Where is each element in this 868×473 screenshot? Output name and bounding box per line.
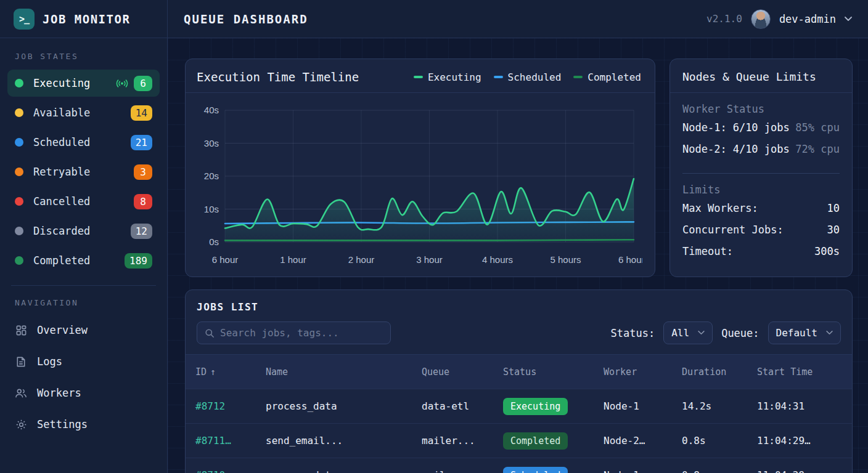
table-row[interactable]: #8712 process_data data-etl Executing No… <box>186 389 852 424</box>
column-header-worker[interactable]: Worker <box>604 366 682 378</box>
terminal-icon: >_ <box>14 9 35 30</box>
limit-row: Max Workers: 10 <box>682 202 840 224</box>
count-badge: 189 <box>125 253 152 269</box>
cpu-usage: 85% cpu <box>795 121 840 134</box>
legend-item-completed: Completed <box>573 71 641 83</box>
chart-legend: Executing Scheduled Completed <box>414 71 641 83</box>
job-id-link[interactable]: #8710 <box>195 469 266 473</box>
job-id-link[interactable]: #8711… <box>195 435 266 447</box>
state-label: Executing <box>33 77 90 89</box>
column-header-duration[interactable]: Duration <box>682 366 757 378</box>
table-row[interactable]: #8711… send_email... mailer... Completed… <box>186 424 852 458</box>
state-label: Cancelled <box>33 195 90 208</box>
sidebar-state-available[interactable]: Available 14 <box>7 99 160 126</box>
column-header-id[interactable]: ID↑ <box>195 366 266 378</box>
sidebar-item-workers[interactable]: Workers <box>7 379 160 407</box>
search-input[interactable] <box>220 327 383 339</box>
y-tick-label: 40s <box>204 105 219 115</box>
column-header-start-time[interactable]: Start Time <box>757 366 852 378</box>
version-label: v2.1.0 <box>706 13 742 25</box>
sidebar-state-executing[interactable]: Executing 6 <box>7 70 160 97</box>
legend-item-executing: Executing <box>414 71 481 83</box>
app-logo-area: >_ JOB MONITOR <box>0 0 168 38</box>
sidebar-item-settings[interactable]: Settings <box>7 410 160 439</box>
sidebar: JOB STATES Executing 6 Available 14 <box>0 38 168 473</box>
main-content: Execution Time Timeline Executing Schedu… <box>168 38 868 473</box>
limit-row: Timeout: 300s <box>682 245 840 267</box>
avatar[interactable] <box>751 9 771 29</box>
status-filter-select[interactable]: All <box>663 321 713 344</box>
user-menu[interactable]: dev-admin <box>779 13 836 25</box>
chart-title: Execution Time Timeline <box>197 70 359 84</box>
execution-time-chart: 0s10s20s30s40s6 hour1 hour2 hour3 hour4 … <box>189 95 642 273</box>
chevron-down-icon[interactable] <box>845 17 852 22</box>
nav-label: Logs <box>37 355 62 368</box>
x-tick-label: 6 hour <box>212 254 239 265</box>
status-dot <box>15 197 23 206</box>
legend-swatch <box>573 76 583 78</box>
queue-filter-select[interactable]: Default <box>768 321 841 344</box>
state-label: Retryable <box>33 166 90 178</box>
sidebar-state-cancelled[interactable]: Cancelled 8 <box>7 188 160 215</box>
status-dot <box>15 168 23 176</box>
sidebar-state-retryable[interactable]: Retryable 3 <box>7 158 160 185</box>
x-tick-label: 2 hour <box>348 254 375 265</box>
nodes-queue-limits-card: Nodes & Queue Limits Worker Status Node-… <box>669 59 853 277</box>
sort-asc-icon: ↑ <box>210 366 216 378</box>
status-badge: Completed <box>503 432 568 450</box>
legend-item-scheduled: Scheduled <box>494 71 562 83</box>
jobs-list-card: JOBS LIST Status: All <box>185 289 853 473</box>
count-badge: 21 <box>131 135 152 150</box>
users-icon <box>15 387 27 399</box>
legend-swatch <box>494 76 503 78</box>
navigation-section-label: NAVIGATION <box>7 298 160 307</box>
legend-swatch <box>414 76 423 78</box>
sidebar-item-logs[interactable]: Logs <box>7 347 160 376</box>
card-title: Nodes & Queue Limits <box>682 70 840 83</box>
state-label: Available <box>33 107 90 119</box>
state-label: Scheduled <box>33 136 90 148</box>
app-title: JOB MONITOR <box>43 12 130 26</box>
gear-icon <box>15 418 27 431</box>
y-tick-label: 10s <box>204 204 219 214</box>
execution-timeline-card: Execution Time Timeline Executing Schedu… <box>185 59 655 277</box>
jobs-list-title: JOBS LIST <box>197 301 841 313</box>
job-id-link[interactable]: #8712 <box>195 400 266 412</box>
grid-icon <box>15 324 27 336</box>
nav-label: Overview <box>37 324 88 336</box>
column-header-status[interactable]: Status <box>503 366 604 378</box>
search-icon <box>205 328 215 338</box>
table-header-row: ID↑ Name Queue Status Worker Duration St… <box>186 355 852 389</box>
y-tick-label: 0s <box>209 236 219 247</box>
status-dot <box>15 79 23 87</box>
column-header-queue[interactable]: Queue <box>422 366 503 378</box>
x-tick-label: 4 hours <box>482 254 513 265</box>
state-label: Completed <box>33 254 90 267</box>
worker-status-label: Worker Status <box>682 103 840 115</box>
sidebar-state-scheduled[interactable]: Scheduled 21 <box>7 129 160 156</box>
chevron-down-icon <box>698 331 705 335</box>
cpu-usage: 72% cpu <box>795 143 840 155</box>
count-badge: 8 <box>134 194 152 209</box>
column-header-name[interactable]: Name <box>266 366 422 378</box>
live-signal-icon <box>115 79 129 88</box>
x-tick-label: 3 hour <box>416 254 443 265</box>
status-dot <box>15 108 23 117</box>
search-box[interactable] <box>197 321 391 344</box>
sidebar-item-overview[interactable]: Overview <box>7 316 160 344</box>
status-badge: Scheduled <box>503 467 568 473</box>
jobs-table: ID↑ Name Queue Status Worker Duration St… <box>186 354 852 473</box>
job-states-section-label: JOB STATES <box>7 52 160 61</box>
status-dot <box>15 256 23 265</box>
node-status-row: Node-1: 6/10 jobs 85% cpu <box>682 121 840 143</box>
top-bar: QUEUE DASHBOARD v2.1.0 dev-admin <box>168 0 868 38</box>
state-label: Discarded <box>33 225 90 237</box>
sidebar-state-discarded[interactable]: Discarded 12 <box>7 217 160 245</box>
x-tick-label: 6 hours <box>618 254 642 265</box>
nav-label: Settings <box>37 418 88 431</box>
document-icon <box>15 355 27 368</box>
count-badge: 3 <box>134 164 152 180</box>
sidebar-state-completed[interactable]: Completed 189 <box>7 247 160 274</box>
queue-filter-label: Queue: <box>721 327 759 339</box>
table-row[interactable]: #8710 process_data mailer Scheduled Node… <box>186 458 852 473</box>
